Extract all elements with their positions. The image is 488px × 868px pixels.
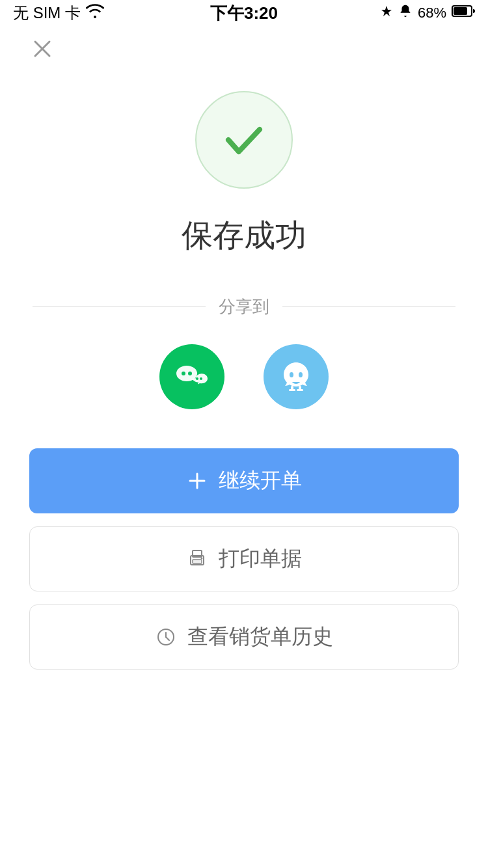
history-icon bbox=[155, 626, 177, 648]
svg-point-9 bbox=[290, 372, 293, 377]
continue-label: 继续开单 bbox=[219, 467, 302, 495]
svg-point-7 bbox=[196, 377, 198, 380]
battery-icon bbox=[452, 5, 475, 21]
print-label: 打印单据 bbox=[219, 545, 302, 573]
status-right: 68% bbox=[380, 4, 475, 22]
print-button[interactable]: 打印单据 bbox=[29, 526, 459, 591]
alarm-icon bbox=[398, 4, 413, 22]
no-sim-text: 无 SIM 卡 bbox=[13, 3, 81, 23]
svg-rect-14 bbox=[297, 389, 303, 391]
svg-point-10 bbox=[299, 372, 303, 377]
svg-line-23 bbox=[166, 637, 169, 640]
share-section: 分享到 bbox=[0, 295, 488, 409]
share-label: 分享到 bbox=[206, 295, 282, 318]
location-icon bbox=[380, 5, 393, 21]
battery-text: 68% bbox=[418, 5, 446, 21]
share-icons bbox=[159, 344, 329, 409]
history-label: 查看销货单历史 bbox=[187, 623, 333, 651]
continue-button[interactable]: 继续开单 bbox=[29, 448, 459, 513]
status-time: 下午3:20 bbox=[210, 2, 278, 25]
success-circle bbox=[195, 91, 293, 189]
status-bar: 无 SIM 卡 下午3:20 68% bbox=[0, 0, 488, 26]
qq-icon bbox=[277, 357, 316, 396]
success-title: 保存成功 bbox=[182, 215, 306, 256]
svg-rect-19 bbox=[193, 560, 202, 563]
checkmark-icon bbox=[218, 114, 270, 166]
history-button[interactable]: 查看销货单历史 bbox=[29, 604, 459, 670]
svg-point-20 bbox=[201, 558, 203, 560]
wechat-icon bbox=[172, 357, 211, 396]
main-content: 保存成功 分享到 bbox=[0, 26, 488, 670]
qq-share-button[interactable] bbox=[264, 344, 329, 409]
svg-point-6 bbox=[188, 372, 192, 375]
svg-rect-1 bbox=[454, 7, 467, 15]
plus-icon bbox=[186, 470, 208, 492]
close-button[interactable] bbox=[26, 33, 59, 65]
wechat-share-button[interactable] bbox=[159, 344, 224, 409]
wifi-icon bbox=[86, 4, 104, 22]
print-icon bbox=[186, 548, 208, 570]
svg-point-8 bbox=[200, 377, 202, 380]
svg-point-5 bbox=[182, 372, 185, 375]
share-divider: 分享到 bbox=[0, 295, 488, 318]
status-left: 无 SIM 卡 bbox=[13, 3, 104, 23]
svg-rect-13 bbox=[289, 389, 295, 391]
actions: 继续开单 打印单据 查看销货单历史 bbox=[29, 448, 459, 670]
